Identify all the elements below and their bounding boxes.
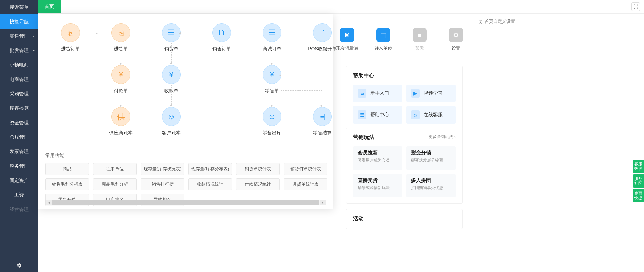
sidebar-item-salary[interactable]: 工资 [0, 188, 38, 202]
tool-contacts[interactable]: ▦往来单位 [370, 28, 397, 51]
func-stock-status[interactable]: 现存量(库存状况表) [141, 163, 184, 175]
wf-pos-order[interactable]: 🗎POS收银开单 [297, 23, 348, 52]
sidebar-item-invoice[interactable]: 发票管理 [0, 144, 38, 159]
sidebar-item-search[interactable]: 搜索菜单 [0, 0, 38, 14]
target-icon: ◎ [479, 19, 482, 24]
market-card-live[interactable]: 直播卖货场景式购物新玩法 [353, 174, 402, 197]
func-purchase-slip-stats[interactable]: 进货单统计表 [284, 178, 327, 190]
connector: ▾ [121, 43, 121, 63]
building-icon: ▦ [376, 28, 390, 42]
sidebar-item-operation[interactable]: 经营管理 [0, 202, 38, 217]
func-sales-margin[interactable]: 销售毛利分析表 [45, 178, 89, 190]
sidebar-item-ecommerce[interactable]: 电商管理 [0, 72, 38, 87]
quick-toolbar: 🗎现金流量表 ▦往来单位 ■暂无 ⚙设置 [334, 28, 515, 51]
connector: ▾ [171, 85, 172, 105]
float-community[interactable]: 服务社区 [633, 174, 644, 188]
marketing-more-link[interactable]: 更多营销玩法› [429, 134, 456, 140]
marketing-panel: 营销玩法 更多营销玩法› 会员拉新吸引用户成为会员 裂变分销裂变式发展分销商 直… [346, 128, 463, 204]
quicknav-flyout: ⎘进货订单 ⎘进货单 ☰销货单 🗎销售订单 ☰商城订单 🗎POS收银开单 ¥付款… [38, 14, 333, 209]
connector: ▾ [322, 90, 322, 105]
sidebar-settings[interactable] [0, 259, 38, 272]
func-receipt-stats[interactable]: 收款情况统计 [188, 178, 232, 190]
list-icon: ☰ [358, 110, 366, 119]
list-icon: ☰ [263, 23, 281, 42]
func-product-margin[interactable]: 商品毛利分析 [93, 178, 137, 190]
scroll-left-icon[interactable]: ◂ [46, 200, 52, 205]
help-center-panel: 帮助中心 🗎新手入门 ▶视频学习 ☰帮助中心 ☺在线客服 [346, 66, 463, 130]
sidebar-item-retail[interactable]: 零售管理▾ [0, 29, 38, 43]
wf-customer-ledger[interactable]: ☺客户账本 [146, 107, 196, 136]
activity-panel: 活动 [346, 209, 463, 229]
outbound-icon: ☺ [263, 107, 281, 126]
market-card-member[interactable]: 会员拉新吸引用户成为会员 [353, 146, 402, 170]
marketing-title: 营销玩法 更多营销玩法› [353, 134, 456, 141]
market-card-fission[interactable]: 裂变分销裂变式发展分销商 [406, 146, 456, 170]
gear-icon [16, 262, 22, 268]
fullscreen-button[interactable]: ⛶ [631, 2, 640, 11]
yen-icon: ¥ [263, 65, 281, 84]
wf-sales-order[interactable]: 🗎销售订单 [196, 23, 247, 52]
wf-purchase-order[interactable]: ⎘进货订单 [45, 23, 96, 52]
ledger-icon: 供 [111, 107, 130, 126]
sidebar-item-purchase[interactable]: 采购管理 [0, 87, 38, 101]
connector: ◂ [181, 33, 196, 33]
placeholder-icon: ■ [413, 28, 427, 42]
sidebar-item-ledger[interactable]: 总账管理 [0, 130, 38, 144]
sidebar-item-funds[interactable]: 资金管理 [0, 116, 38, 130]
help-online-service[interactable]: ☺在线客服 [406, 106, 456, 124]
func-product[interactable]: 商品 [45, 163, 89, 175]
market-card-group[interactable]: 多人拼团拼团购物享受优惠 [406, 174, 456, 197]
scroll-right-icon[interactable]: ▸ [320, 200, 326, 205]
tool-settings[interactable]: ⚙设置 [443, 28, 469, 51]
doc-icon: 🗎 [212, 23, 231, 42]
pos-icon: 🗎 [313, 23, 332, 42]
settle-icon: ⌸ [313, 107, 332, 126]
play-icon: ▶ [411, 89, 420, 98]
gear-icon: ⚙ [449, 28, 463, 42]
func-sales-ranking[interactable]: 销售排行榜 [141, 178, 184, 190]
tool-empty[interactable]: ■暂无 [406, 28, 433, 51]
wf-retail-settle[interactable]: ⌸零售结算 [297, 107, 348, 136]
common-functions-grid: 商品 往来单位 现存量(库存状况表) 现存量(库存分布表) 销货单统计表 销货订… [45, 163, 326, 206]
help-getting-started[interactable]: 🗎新手入门 [353, 85, 402, 102]
yen-icon: ¥ [111, 65, 130, 84]
help-center-title: 帮助中心 [353, 72, 456, 79]
func-stock-distribution[interactable]: 现存量(库存分布表) [188, 163, 232, 175]
scroll-thumb[interactable] [52, 200, 319, 205]
func-sales-slip-stats[interactable]: 销货单统计表 [236, 163, 280, 175]
sidebar-item-xiaochang[interactable]: 小畅电商 [0, 58, 38, 72]
connector: ▾ [121, 85, 121, 105]
func-contacts[interactable]: 往来单位 [93, 163, 137, 175]
wf-supplier-ledger[interactable]: 供供应商账本 [96, 107, 146, 136]
horizontal-scrollbar[interactable]: ◂ ▸ [45, 200, 326, 205]
list-icon: ☰ [162, 23, 181, 42]
float-hotline[interactable]: 客服热线 [633, 160, 644, 173]
help-video[interactable]: ▶视频学习 [406, 85, 456, 102]
fullscreen-icon: ⛶ [633, 4, 638, 9]
sidebar-item-assets[interactable]: 固定资产 [0, 173, 38, 188]
func-payment-stats[interactable]: 付款情况统计 [236, 178, 280, 190]
chevron-right-icon: › [454, 135, 456, 139]
customize-home-link[interactable]: ◎ 首页自定义设置 [334, 18, 515, 25]
help-center[interactable]: ☰帮助中心 [353, 106, 402, 124]
floating-side-buttons: 客服热线 服务社区 桌面快捷 [633, 160, 644, 202]
headset-icon: ☺ [411, 110, 420, 119]
wf-retail-outbound[interactable]: ☺零售出库 [247, 107, 297, 136]
sidebar-item-inventory[interactable]: 库存核算 [0, 101, 38, 116]
caret-down-icon: ▾ [33, 34, 35, 38]
connector: ◂ [281, 75, 322, 75]
person-icon: ☺ [162, 107, 181, 126]
sidebar-item-tax[interactable]: 税务管理 [0, 159, 38, 173]
connector: ▾ [272, 85, 272, 105]
topbar: 首页 ⛶ [38, 0, 644, 14]
tab-home[interactable]: 首页 [38, 0, 61, 13]
caret-down-icon: ▾ [33, 49, 35, 52]
float-desktop-shortcut[interactable]: 桌面快捷 [633, 189, 644, 202]
func-sales-order-stats[interactable]: 销货订单统计表 [284, 163, 327, 175]
doc-in-icon: ⎘ [61, 23, 80, 42]
sidebar-item-wholesale[interactable]: 批发管理▾ [0, 43, 38, 58]
workflow-diagram: ⎘进货订单 ⎘进货单 ☰销货单 🗎销售订单 ☰商城订单 🗎POS收银开单 ¥付款… [45, 23, 326, 151]
connector [322, 43, 322, 75]
yen-icon: ¥ [162, 65, 181, 84]
sidebar-item-quicknav[interactable]: 快捷导航 [0, 14, 38, 29]
